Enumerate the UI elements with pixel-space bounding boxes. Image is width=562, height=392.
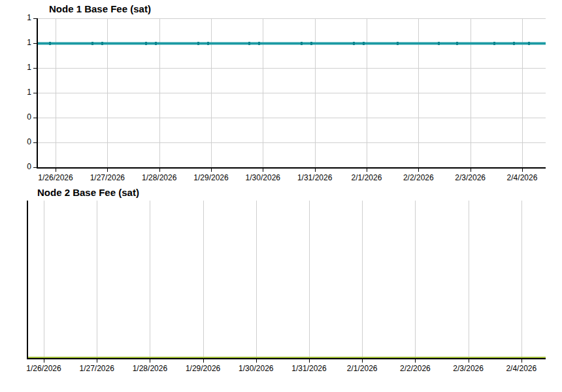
data-point-marker bbox=[397, 42, 399, 45]
x-tick bbox=[309, 359, 310, 363]
v-gridline bbox=[56, 18, 56, 167]
chart1-plot-area: 1/26/20261/27/20261/28/20261/29/20261/30… bbox=[38, 18, 546, 167]
x-axis-label: 2/4/2026 bbox=[495, 173, 550, 182]
y-axis-line bbox=[37, 18, 38, 169]
data-point-marker bbox=[363, 42, 365, 45]
y-axis-label: 1 bbox=[4, 13, 31, 23]
series-line bbox=[38, 42, 546, 44]
x-tick bbox=[471, 169, 471, 172]
data-point-marker bbox=[528, 42, 530, 45]
y-axis-label: 1 bbox=[4, 38, 31, 48]
x-tick bbox=[415, 359, 416, 363]
v-gridline bbox=[97, 201, 97, 358]
v-gridline bbox=[211, 18, 212, 167]
x-axis-label: 1/26/2026 bbox=[16, 364, 71, 373]
v-gridline bbox=[315, 18, 316, 167]
x-axis-label: 2/2/2026 bbox=[388, 364, 442, 373]
x-tick bbox=[263, 169, 263, 172]
data-point-marker bbox=[197, 42, 199, 45]
x-tick bbox=[315, 169, 316, 172]
x-axis-label: 2/3/2026 bbox=[441, 364, 496, 373]
x-tick bbox=[211, 169, 212, 172]
x-axis-label: 1/27/2026 bbox=[69, 364, 124, 373]
data-point-marker bbox=[493, 42, 495, 45]
v-gridline bbox=[150, 201, 150, 358]
x-tick bbox=[44, 359, 44, 363]
data-point-marker bbox=[101, 42, 103, 45]
v-gridline bbox=[522, 18, 523, 167]
data-point-marker bbox=[438, 42, 440, 45]
v-gridline bbox=[44, 201, 44, 358]
data-point-marker bbox=[49, 42, 51, 45]
v-gridline bbox=[159, 18, 160, 167]
x-tick bbox=[362, 359, 363, 363]
data-point-marker bbox=[145, 42, 147, 45]
v-gridline bbox=[309, 201, 310, 358]
v-gridline bbox=[256, 201, 257, 358]
data-point-marker bbox=[513, 42, 515, 45]
x-axis-label: 1/30/2026 bbox=[235, 173, 290, 182]
data-point-marker bbox=[91, 42, 93, 45]
data-point-marker bbox=[301, 42, 303, 45]
x-tick bbox=[418, 169, 419, 172]
x-axis-label: 1/26/2026 bbox=[28, 173, 83, 182]
x-tick bbox=[159, 169, 160, 172]
x-axis-label: 1/31/2026 bbox=[282, 364, 337, 373]
h-gridline bbox=[38, 18, 546, 19]
data-point-marker bbox=[155, 42, 157, 45]
x-axis-line bbox=[37, 167, 546, 169]
x-tick bbox=[203, 359, 204, 363]
x-tick bbox=[367, 169, 367, 172]
x-axis-label: 1/28/2026 bbox=[122, 364, 177, 373]
data-point-marker bbox=[310, 42, 312, 45]
v-gridline bbox=[418, 18, 419, 167]
x-tick bbox=[256, 359, 257, 363]
data-point-marker bbox=[353, 42, 355, 45]
data-point-marker bbox=[456, 42, 458, 45]
v-gridline bbox=[107, 18, 108, 167]
chart2-title: Node 2 Base Fee (sat) bbox=[37, 187, 139, 198]
x-axis-label: 1/29/2026 bbox=[184, 173, 239, 182]
x-axis-label: 1/29/2026 bbox=[176, 364, 231, 373]
h-gridline bbox=[38, 118, 546, 118]
y-axis-label: 0 bbox=[4, 162, 31, 172]
x-axis-label: 1/28/2026 bbox=[132, 173, 187, 182]
x-axis-label: 1/31/2026 bbox=[288, 173, 342, 182]
v-gridline bbox=[367, 18, 367, 167]
x-tick bbox=[97, 359, 97, 363]
x-tick bbox=[56, 169, 56, 172]
y-axis-line bbox=[27, 201, 28, 359]
v-gridline bbox=[203, 201, 204, 358]
v-gridline bbox=[471, 18, 471, 167]
x-axis-label: 2/2/2026 bbox=[391, 173, 446, 182]
x-tick bbox=[150, 359, 150, 363]
h-gridline bbox=[38, 93, 546, 93]
v-gridline bbox=[362, 201, 363, 358]
v-gridline bbox=[263, 18, 263, 167]
x-axis-label: 1/27/2026 bbox=[80, 173, 135, 182]
v-gridline bbox=[521, 201, 522, 358]
y-axis-label: 0 bbox=[4, 137, 31, 147]
h-gridline bbox=[38, 68, 546, 69]
x-axis-label: 2/4/2026 bbox=[494, 364, 549, 373]
y-axis-label: 1 bbox=[4, 88, 31, 97]
v-gridline bbox=[469, 201, 469, 358]
x-tick bbox=[521, 359, 522, 363]
x-axis-label: 2/1/2026 bbox=[335, 364, 389, 373]
x-axis-label: 2/3/2026 bbox=[443, 173, 498, 182]
y-axis-label: 0 bbox=[4, 112, 31, 122]
chart2-plot-area: 1/26/20261/27/20261/28/20261/29/20261/30… bbox=[28, 201, 546, 358]
x-axis-label: 2/1/2026 bbox=[339, 173, 394, 182]
data-point-marker bbox=[248, 42, 250, 45]
x-tick bbox=[107, 169, 108, 172]
h-gridline bbox=[38, 142, 546, 143]
y-axis-label: 1 bbox=[4, 63, 31, 73]
data-point-marker bbox=[258, 42, 260, 45]
x-axis-label: 1/30/2026 bbox=[229, 364, 284, 373]
x-tick bbox=[522, 169, 523, 172]
x-tick bbox=[469, 359, 469, 363]
x-axis-line bbox=[27, 358, 546, 359]
chart1-title: Node 1 Base Fee (sat) bbox=[49, 3, 151, 14]
data-point-marker bbox=[207, 42, 209, 45]
v-gridline bbox=[415, 201, 416, 358]
